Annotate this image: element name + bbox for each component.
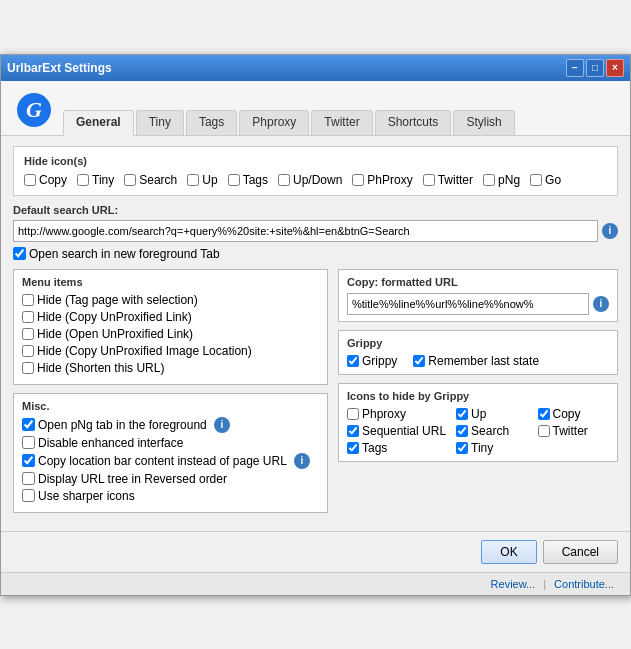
copy-url-input[interactable] [347, 293, 589, 315]
bottom-bar: Review... | Contribute... [1, 572, 630, 595]
right-column: Copy: formatted URL i Grippy Grippy [338, 269, 618, 521]
grippy-title: Grippy [347, 337, 609, 349]
hide-icons-row: Copy Tiny Search Up Tags [24, 173, 607, 187]
window-title: UrlbarExt Settings [7, 61, 112, 75]
tab-general[interactable]: General [63, 110, 134, 136]
misc-copy-location-checkbox[interactable] [22, 454, 35, 467]
hide-png-item: pNg [483, 173, 520, 187]
grippy-tiny-checkbox[interactable] [456, 442, 468, 454]
grippy-search-label: Search [471, 424, 509, 438]
menu-hide-copy-link-label: Hide (Copy UnProxified Link) [37, 310, 192, 324]
grippy-tags-item: Tags [347, 441, 446, 455]
grippy-up-label: Up [471, 407, 486, 421]
grippy-phproxy-checkbox[interactable] [347, 408, 359, 420]
copy-url-title: Copy: formatted URL [347, 276, 609, 288]
tab-phproxy[interactable]: Phproxy [239, 110, 309, 135]
hide-updown-checkbox[interactable] [278, 174, 290, 186]
search-url-input[interactable] [13, 220, 598, 242]
misc-url-tree-checkbox[interactable] [22, 472, 35, 485]
close-button[interactable]: × [606, 59, 624, 77]
svg-text:G: G [26, 96, 42, 121]
hide-copy-checkbox[interactable] [24, 174, 36, 186]
grippy-twitter-checkbox[interactable] [538, 425, 550, 437]
cancel-button[interactable]: Cancel [543, 540, 618, 564]
misc-sharper-icons-label: Use sharper icons [38, 489, 135, 503]
menu-hide-copy-image-checkbox[interactable] [22, 345, 34, 357]
tab-shortcuts[interactable]: Shortcuts [375, 110, 452, 135]
hide-tiny-label: Tiny [92, 173, 114, 187]
grippy-checkbox[interactable] [347, 355, 359, 367]
title-bar: UrlbarExt Settings − □ × [1, 55, 630, 81]
hide-tags-checkbox[interactable] [228, 174, 240, 186]
search-url-info-icon[interactable]: i [602, 223, 618, 239]
grippy-copy-label: Copy [553, 407, 581, 421]
grippy-tags-checkbox[interactable] [347, 442, 359, 454]
menu-hide-tag-checkbox[interactable] [22, 294, 34, 306]
grippy-twitter-item: Twitter [538, 424, 609, 438]
footer: OK Cancel [1, 531, 630, 572]
minimize-button[interactable]: − [566, 59, 584, 77]
grippy-phproxy-item: Phproxy [347, 407, 446, 421]
menu-item-1: Hide (Tag page with selection) [22, 293, 319, 307]
tab-tags[interactable]: Tags [186, 110, 237, 135]
hide-up-checkbox[interactable] [187, 174, 199, 186]
grippy-copy-checkbox[interactable] [538, 408, 550, 420]
grippy-row: Grippy Remember last state [347, 354, 609, 368]
hide-search-checkbox[interactable] [124, 174, 136, 186]
two-col-layout: Menu items Hide (Tag page with selection… [13, 269, 618, 521]
hide-copy-label: Copy [39, 173, 67, 187]
hide-twitter-label: Twitter [438, 173, 473, 187]
hide-go-checkbox[interactable] [530, 174, 542, 186]
hide-copy-item: Copy [24, 173, 67, 187]
contribute-link[interactable]: Contribute... [546, 576, 622, 592]
menu-hide-tag-label: Hide (Tag page with selection) [37, 293, 198, 307]
hide-phproxy-checkbox[interactable] [352, 174, 364, 186]
grippy-icons-grid: Phproxy Up Copy Sequential URL [347, 407, 609, 455]
hide-tiny-checkbox[interactable] [77, 174, 89, 186]
hide-updown-item: Up/Down [278, 173, 342, 187]
hide-search-item: Search [124, 173, 177, 187]
misc-png-tab-label: Open pNg tab in the foreground [38, 418, 207, 432]
grippy-search-checkbox[interactable] [456, 425, 468, 437]
hide-twitter-item: Twitter [423, 173, 473, 187]
menu-hide-open-link-checkbox[interactable] [22, 328, 34, 340]
grippy-twitter-label: Twitter [553, 424, 588, 438]
menu-item-4: Hide (Copy UnProxified Image Location) [22, 344, 319, 358]
menu-hide-copy-link-checkbox[interactable] [22, 311, 34, 323]
menu-items-title: Menu items [22, 276, 319, 288]
grippy-sequential-checkbox[interactable] [347, 425, 359, 437]
misc-item-5: Use sharper icons [22, 489, 319, 503]
misc-disable-enhanced-checkbox[interactable] [22, 436, 35, 449]
hide-png-checkbox[interactable] [483, 174, 495, 186]
grippy-section: Grippy Grippy Remember last state [338, 330, 618, 375]
hide-updown-label: Up/Down [293, 173, 342, 187]
misc-sharper-icons-checkbox[interactable] [22, 489, 35, 502]
misc-png-info-icon[interactable]: i [214, 417, 230, 433]
copy-url-info-icon[interactable]: i [593, 296, 609, 312]
misc-section: Misc. Open pNg tab in the foreground i D… [13, 393, 328, 513]
open-tab-checkbox[interactable] [13, 247, 26, 260]
ok-button[interactable]: OK [481, 540, 536, 564]
misc-copy-location-info-icon[interactable]: i [294, 453, 310, 469]
grippy-up-item: Up [456, 407, 527, 421]
grippy-copy-item: Copy [538, 407, 609, 421]
misc-item-3: Copy location bar content instead of pag… [22, 453, 319, 469]
menu-hide-shorten-checkbox[interactable] [22, 362, 34, 374]
tab-tiny[interactable]: Tiny [136, 110, 184, 135]
main-content: Hide icon(s) Copy Tiny Search Up [1, 136, 630, 531]
grippy-sequential-label: Sequential URL [362, 424, 446, 438]
menu-hide-copy-image-label: Hide (Copy UnProxified Image Location) [37, 344, 252, 358]
open-tab-row: Open search in new foreground Tab [13, 247, 618, 261]
grippy-up-checkbox[interactable] [456, 408, 468, 420]
review-link[interactable]: Review... [483, 576, 544, 592]
hide-twitter-checkbox[interactable] [423, 174, 435, 186]
maximize-button[interactable]: □ [586, 59, 604, 77]
hide-phproxy-item: PhProxy [352, 173, 412, 187]
menu-item-5: Hide (Shorten this URL) [22, 361, 319, 375]
tab-twitter[interactable]: Twitter [311, 110, 372, 135]
misc-disable-enhanced-label: Disable enhanced interface [38, 436, 183, 450]
tab-stylish[interactable]: Stylish [453, 110, 514, 135]
grippy-remember-checkbox[interactable] [413, 355, 425, 367]
title-bar-buttons: − □ × [566, 59, 624, 77]
misc-png-tab-checkbox[interactable] [22, 418, 35, 431]
